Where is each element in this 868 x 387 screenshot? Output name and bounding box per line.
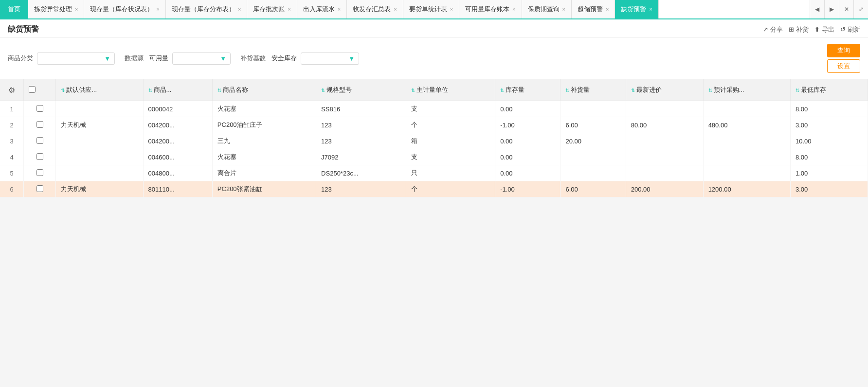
table-body: 1 0000042 火花塞 SS816 支 0.00 8.00 2 力天机械 0… [0, 101, 868, 197]
col-header-min-stock: ⇅最低库存 [791, 79, 868, 101]
tab-abnormal[interactable]: 拣货异常处理 × [28, 0, 84, 18]
tab-close-recv-summary[interactable]: × [394, 6, 397, 12]
tab-overstock[interactable]: 超储预警 × [572, 0, 615, 18]
row-replenish [561, 101, 626, 117]
header-actions: ↗ 分享 ⊞ 补货 ⬆ 导出 ↺ 刷新 [763, 25, 860, 34]
tab-inout-flow[interactable]: 出入库流水 × [297, 0, 347, 18]
tab-usable-stock[interactable]: 可用量库存账本 × [459, 0, 522, 18]
row-unit: 个 [406, 117, 495, 133]
row-latest-price: 200.00 [626, 181, 703, 197]
row-stock: 0.00 [495, 149, 561, 165]
row-min-stock: 8.00 [791, 101, 868, 117]
replenish-base-filter-group: 补货基数 安全库存 ▼ [240, 53, 359, 65]
table-header-row: ⚙ ⇅默认供应... ⇅商品... ⇅商品名称 ⇅规格型号 [0, 79, 868, 101]
tab-close-overstock[interactable]: × [606, 6, 609, 12]
row-supplier [56, 149, 143, 165]
tab-close-expiry-query[interactable]: × [562, 6, 565, 12]
tab-expand-btn[interactable]: ⤢ [853, 0, 868, 19]
export-button[interactable]: ⬆ 导出 [814, 25, 834, 34]
row-checkbox-cell [24, 165, 56, 181]
tab-close-order-stat[interactable]: × [450, 6, 453, 12]
category-select[interactable]: ▼ [37, 53, 115, 65]
tab-close-all-btn[interactable]: ✕ [839, 0, 853, 19]
row-stock: 0.00 [495, 101, 561, 117]
row-goods-code: 801110... [143, 181, 212, 197]
col-header-stock: ⇅库存量 [495, 79, 561, 101]
refresh-icon: ↺ [840, 26, 846, 33]
tab-stock-dist[interactable]: 现存量（库存分布表） × [166, 0, 247, 18]
tab-close-abnormal[interactable]: × [75, 6, 78, 12]
sort-icon-stock: ⇅ [500, 88, 504, 93]
share-button[interactable]: ↗ 分享 [763, 25, 783, 34]
row-index: 1 [0, 101, 24, 117]
replenish-button[interactable]: ⊞ 补货 [789, 25, 809, 34]
col-header-goods-name: ⇅商品名称 [212, 79, 316, 101]
row-replenish [561, 165, 626, 181]
tab-home[interactable]: 首页 [0, 0, 28, 18]
row-min-stock: 3.00 [791, 117, 868, 133]
tab-expiry-query[interactable]: 保质期查询 × [522, 0, 572, 18]
row-checkbox[interactable] [36, 169, 43, 176]
row-checkbox[interactable] [36, 153, 43, 160]
row-index: 5 [0, 165, 24, 181]
row-checkbox[interactable] [36, 185, 43, 192]
tab-bar: 首页 拣货异常处理 × 现存量（库存状况表） × 现存量（库存分布表） × 库存… [0, 0, 868, 19]
row-latest-price: 80.00 [626, 117, 703, 133]
gear-icon[interactable]: ⚙ [5, 83, 18, 97]
row-goods-name: 离合片 [212, 165, 316, 181]
sort-icon-goods-code: ⇅ [148, 88, 152, 93]
setting-button[interactable]: 设置 [827, 59, 860, 73]
sort-icon-est-purchase: ⇅ [708, 88, 712, 93]
row-stock: 0.00 [495, 133, 561, 149]
row-supplier [56, 101, 143, 117]
category-label: 商品分类 [8, 54, 33, 63]
row-latest-price [626, 165, 703, 181]
row-unit: 箱 [406, 133, 495, 149]
tab-recv-summary[interactable]: 收发存汇总表 × [347, 0, 403, 18]
row-index: 6 [0, 181, 24, 197]
row-checkbox[interactable] [36, 121, 43, 128]
page-header: 缺货预警 ↗ 分享 ⊞ 补货 ⬆ 导出 ↺ 刷新 [0, 19, 868, 38]
tab-next-btn[interactable]: ▶ [824, 0, 839, 19]
col-header-replenish: ⇅补货量 [561, 79, 626, 101]
refresh-button[interactable]: ↺ 刷新 [840, 25, 860, 34]
tab-batch-account[interactable]: 库存批次账 × [247, 0, 297, 18]
tab-close-inout-flow[interactable]: × [338, 6, 341, 12]
row-latest-price [626, 101, 703, 117]
select-all-checkbox[interactable] [29, 86, 36, 93]
home-tab-label: 首页 [8, 5, 20, 14]
tab-close-stock-status[interactable]: × [156, 6, 159, 12]
replenish-base-select[interactable]: ▼ [301, 53, 359, 65]
row-index: 4 [0, 149, 24, 165]
tab-prev-btn[interactable]: ◀ [810, 0, 824, 19]
row-unit: 支 [406, 149, 495, 165]
replenish-base-label: 补货基数 [240, 54, 266, 63]
row-goods-name: PC200油缸庄子 [212, 117, 316, 133]
tab-close-stock-dist[interactable]: × [238, 6, 241, 12]
tab-stock-status[interactable]: 现存量（库存状况表） × [84, 0, 165, 18]
row-spec: 123 [316, 133, 406, 149]
tab-shortage[interactable]: 缺货预警 × [615, 0, 658, 18]
col-header-supplier: ⇅默认供应... [56, 79, 143, 101]
row-checkbox[interactable] [36, 105, 43, 112]
row-min-stock: 1.00 [791, 165, 868, 181]
datasource-select[interactable]: ▼ [172, 53, 231, 65]
row-spec: J7092 [316, 149, 406, 165]
col-header-settings[interactable]: ⚙ [0, 79, 24, 101]
row-est-purchase: 480.00 [703, 117, 790, 133]
query-button[interactable]: 查询 [827, 44, 860, 57]
tab-nav-buttons: ◀ ▶ ✕ ⤢ [810, 0, 868, 19]
share-icon: ↗ [763, 26, 768, 33]
tab-close-batch-account[interactable]: × [288, 6, 290, 12]
row-checkbox[interactable] [36, 137, 43, 144]
row-stock: 0.00 [495, 165, 561, 181]
table-row: 5 004800... 离合片 DS250*23c... 只 0.00 1.00 [0, 165, 868, 181]
row-replenish [561, 149, 626, 165]
tab-close-shortage[interactable]: × [649, 6, 652, 12]
tab-close-usable-stock[interactable]: × [512, 6, 515, 12]
table-container: ⚙ ⇅默认供应... ⇅商品... ⇅商品名称 ⇅规格型号 [0, 79, 868, 197]
page-container: 缺货预警 ↗ 分享 ⊞ 补货 ⬆ 导出 ↺ 刷新 商品分类 [0, 19, 868, 197]
tab-order-stat[interactable]: 要货单统计表 × [403, 0, 459, 18]
row-goods-code: 004200... [143, 133, 212, 149]
row-checkbox-cell [24, 101, 56, 117]
